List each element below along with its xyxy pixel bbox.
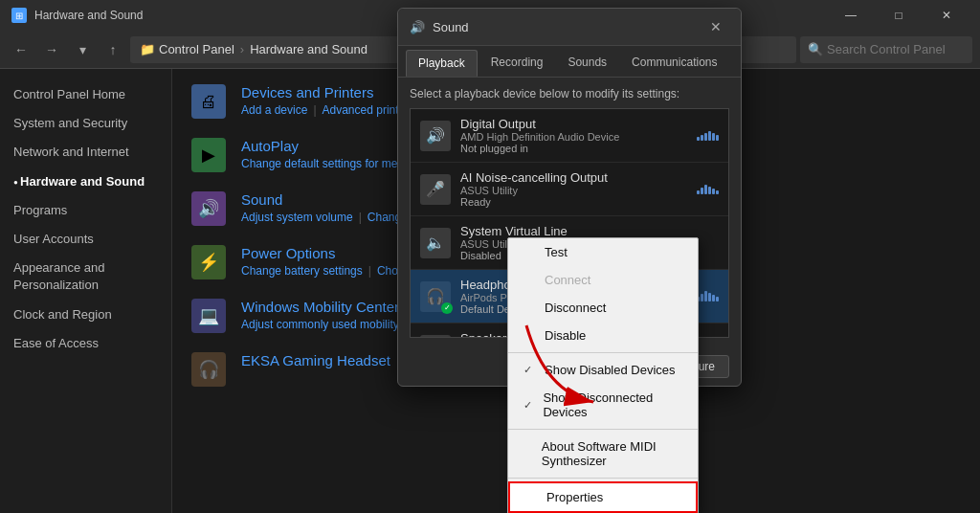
window-title: Hardware and Sound <box>34 9 143 22</box>
system-virtual-name: System Virtual Line <box>460 224 568 238</box>
ctx-show-disconnected-check: ✓ <box>523 399 535 412</box>
minimize-button[interactable]: — <box>829 0 873 31</box>
battery-settings-link[interactable]: Change battery settings <box>241 264 363 278</box>
ctx-disconnect[interactable]: Disconnect <box>508 294 698 322</box>
system-virtual-icon: 🔈 <box>420 228 451 258</box>
speakers-icon: 🔊 <box>420 335 451 339</box>
device-digital-output[interactable]: 🔊 Digital Output AMD High Definition Aud… <box>411 109 728 163</box>
folder-icon: 📁 <box>140 42 155 56</box>
search-placeholder: Search Control Panel <box>827 42 946 56</box>
ai-noise-icon: 🎤 <box>420 174 451 205</box>
ai-noise-name: AI Noise-cancelling Output <box>460 170 608 185</box>
ctx-about-midi[interactable]: About Software MIDI Synthesizer <box>508 433 698 475</box>
autoplay-icon: ▶ <box>191 138 226 172</box>
ctx-test-label: Test <box>545 245 568 259</box>
ctx-show-disabled-label: Show Disabled Devices <box>545 363 676 377</box>
digital-output-icon: 🔊 <box>420 121 451 151</box>
sidebar-item-network-internet[interactable]: Network and Internet <box>0 138 171 167</box>
dialog-description: Select a playback device below to modify… <box>410 87 729 100</box>
close-button[interactable]: ✕ <box>924 0 969 31</box>
sidebar-item-programs[interactable]: Programs <box>0 196 171 225</box>
context-menu: Test Connect Disconnect Disable ✓ Show D… <box>507 237 699 513</box>
ctx-separator3 <box>508 478 698 479</box>
ctx-disconnect-label: Disconnect <box>545 301 606 315</box>
ctx-connect-label: Connect <box>545 273 590 287</box>
dropdown-button[interactable]: ▾ <box>69 36 96 63</box>
digital-output-name: Digital Output <box>460 117 619 131</box>
tab-recording[interactable]: Recording <box>479 50 555 77</box>
ctx-connect[interactable]: Connect <box>508 266 698 294</box>
tab-playback[interactable]: Playback <box>406 50 478 77</box>
separator1: › <box>240 42 244 56</box>
ctx-properties-label: Properties <box>546 490 603 504</box>
eksa-title[interactable]: EKSA Gaming Headset <box>241 352 390 368</box>
volume-bars-4 <box>697 291 719 301</box>
devices-icon: 🖨 <box>191 84 226 119</box>
ctx-show-disabled-check: ✓ <box>523 364 537 376</box>
tab-sounds[interactable]: Sounds <box>556 50 618 77</box>
digital-output-sub: AMD High Definition Audio Device <box>460 131 619 143</box>
back-button[interactable]: ← <box>8 36 34 63</box>
ctx-test[interactable]: Test <box>508 238 698 266</box>
ctx-show-disconnected-label: Show Disconnected Devices <box>543 390 682 419</box>
sidebar-item-system-security[interactable]: System and Security <box>0 109 171 138</box>
dialog-titlebar: 🔊 Sound ✕ <box>398 9 741 46</box>
sidebar: Control Panel Home System and Security N… <box>0 69 172 513</box>
path-part2[interactable]: Hardware and Sound <box>250 42 368 56</box>
titlebar-left: ⊞ Hardware and Sound <box>11 8 143 23</box>
ctx-separator1 <box>508 352 698 353</box>
sound-dialog-icon: 🔊 <box>410 20 425 34</box>
maximize-button[interactable]: □ <box>877 0 921 31</box>
device-ai-noise[interactable]: 🎤 AI Noise-cancelling Output ASUS Utilit… <box>411 163 728 216</box>
eksa-icon: 🎧 <box>191 352 226 387</box>
headphones-icon: 🎧 ✓ <box>420 281 451 312</box>
ctx-disable-label: Disable <box>545 328 586 343</box>
ctx-about-midi-label: About Software MIDI Synthesizer <box>542 439 682 468</box>
adjust-volume-link[interactable]: Adjust system volume <box>241 211 353 224</box>
power-icon: ⚡ <box>191 245 226 279</box>
ctx-show-disconnected[interactable]: ✓ Show Disconnected Devices <box>508 384 698 426</box>
ai-noise-sub: ASUS Utility <box>460 185 608 196</box>
sound-dialog-title: Sound <box>433 20 469 34</box>
ctx-disable[interactable]: Disable <box>508 322 698 349</box>
sidebar-item-clock-region[interactable]: Clock and Region <box>0 301 171 329</box>
sidebar-item-control-panel-home[interactable]: Control Panel Home <box>0 80 171 109</box>
ctx-separator2 <box>508 429 698 430</box>
titlebar-icon: ⊞ <box>11 8 27 23</box>
search-icon: 🔍 <box>808 42 823 56</box>
default-device-check: ✓ <box>441 302 453 314</box>
mobility-icon: 💻 <box>191 299 226 333</box>
sidebar-item-appearance[interactable]: Appearance and Personalization <box>0 254 171 300</box>
search-box[interactable]: 🔍 Search Control Panel <box>800 36 972 63</box>
dialog-title-bar: 🔊 Sound <box>410 20 469 34</box>
sidebar-item-hardware-sound[interactable]: Hardware and Sound <box>0 167 171 196</box>
sound-icon: 🔊 <box>191 191 226 226</box>
ctx-properties[interactable]: Properties <box>508 481 698 513</box>
dialog-close-button[interactable]: ✕ <box>702 16 729 37</box>
ctx-show-disabled[interactable]: ✓ Show Disabled Devices <box>508 356 698 384</box>
volume-bars-2 <box>697 185 719 194</box>
sidebar-item-user-accounts[interactable]: User Accounts <box>0 225 171 254</box>
titlebar-controls: — □ ✕ <box>829 0 969 31</box>
sidebar-item-ease-access[interactable]: Ease of Access <box>0 329 171 358</box>
digital-output-status: Not plugged in <box>460 143 619 154</box>
forward-button[interactable]: → <box>38 36 65 63</box>
add-device-link[interactable]: Add a device <box>241 103 307 117</box>
up-button[interactable]: ↑ <box>100 36 126 63</box>
path-part1[interactable]: Control Panel <box>159 42 234 56</box>
dialog-tabs: Playback Recording Sounds Communications <box>398 46 741 78</box>
ai-noise-status: Ready <box>460 196 608 208</box>
tab-communications[interactable]: Communications <box>620 50 728 77</box>
volume-bars-1 <box>697 131 719 141</box>
